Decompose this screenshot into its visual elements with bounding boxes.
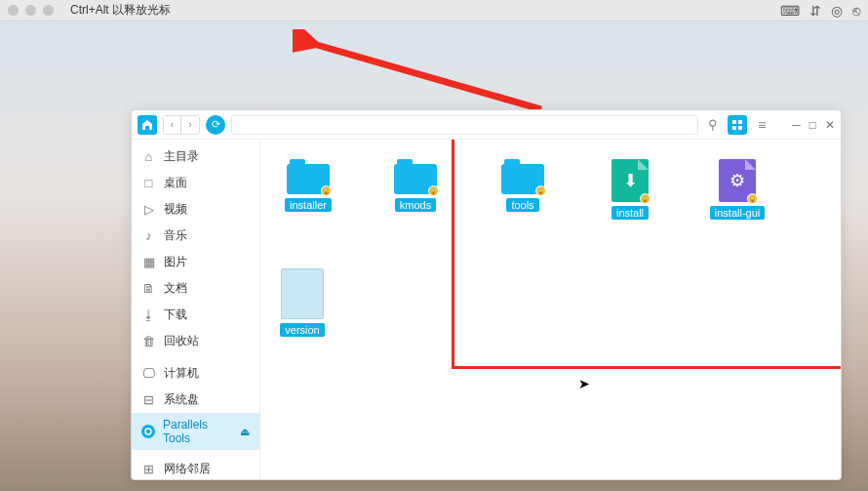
lock-badge-icon: 🔒 (747, 193, 758, 204)
download-icon: ⭳ (141, 307, 156, 322)
folder-icon: 🔒 (394, 159, 437, 194)
disc-icon (141, 425, 155, 439)
svg-line-0 (310, 43, 541, 109)
disk-icon: ⊟ (141, 392, 156, 407)
usb-icon[interactable]: ⇵ (809, 3, 821, 19)
executable-icon: ⬇🔒 (612, 159, 649, 202)
sidebar-item-videos[interactable]: ▷视频 (132, 196, 259, 223)
executable-icon: ⚙🔒 (719, 159, 756, 202)
target-icon[interactable]: ◎ (831, 3, 843, 19)
close-button[interactable]: ✕ (825, 118, 835, 132)
svg-rect-4 (738, 126, 742, 130)
sidebar-item-network[interactable]: ⊞网络邻居 (132, 456, 259, 479)
image-icon: ▦ (141, 255, 156, 269)
eject-icon[interactable]: ⏏ (240, 426, 250, 438)
icon-view-button[interactable] (728, 115, 747, 135)
maximize-button[interactable]: □ (809, 118, 816, 132)
sidebar-item-home[interactable]: ⌂主目录 (132, 143, 259, 170)
exit-icon[interactable]: ⎋ (852, 3, 860, 19)
file-manager-window: ‹ › ⟳ ⚲ ≡ ─ □ ✕ ⌂主目录 □桌面 ▷视频 ♪音乐 ▦图片 🗎文档… (131, 109, 842, 480)
home-button[interactable] (138, 115, 157, 135)
file-label: version (280, 323, 324, 337)
sidebar-item-parallels-tools[interactable]: Parallels Tools⏏ (132, 413, 259, 450)
sidebar-item-downloads[interactable]: ⭳下载 (132, 302, 259, 328)
sidebar-item-label: 桌面 (164, 175, 187, 191)
doc-icon: 🗎 (141, 281, 156, 296)
sidebar-item-label: 图片 (164, 254, 187, 270)
file-label: install (612, 206, 649, 220)
mac-titlebar: Ctrl+Alt 以释放光标 ⌨ ⇵ ◎ ⎋ (0, 0, 868, 21)
svg-point-5 (145, 429, 151, 434)
sidebar-item-label: 网络邻居 (164, 461, 211, 477)
lock-badge-icon: 🔒 (535, 185, 546, 196)
sidebar-item-label: 下载 (164, 307, 187, 323)
sidebar-item-label: 系统盘 (164, 391, 199, 408)
file-label: install-gui (710, 206, 765, 220)
file-label: tools (506, 198, 538, 212)
minimize-button[interactable]: ─ (792, 118, 801, 132)
file-item-install-gui[interactable]: ⚙🔒 install-gui (709, 159, 766, 220)
music-icon: ♪ (141, 228, 156, 243)
file-grid-area[interactable]: 🔒 installer 🔒 kmods 🔒 tools ⬇🔒 install ⚙… (260, 140, 841, 479)
titlebar-right-icons: ⌨ ⇵ ◎ ⎋ (780, 3, 860, 19)
file-item-installer[interactable]: 🔒 installer (280, 159, 336, 220)
network-icon: ⊞ (141, 462, 156, 476)
text-file-icon (281, 268, 324, 319)
file-manager-body: ⌂主目录 □桌面 ▷视频 ♪音乐 ▦图片 🗎文档 ⭳下载 🗑回收站 🖵计算机 ⊟… (132, 140, 841, 479)
svg-rect-1 (732, 120, 736, 124)
sidebar-item-system-disk[interactable]: ⊟系统盘 (132, 387, 259, 413)
video-icon: ▷ (141, 202, 156, 217)
back-button[interactable]: ‹ (164, 116, 181, 134)
window-title: Ctrl+Alt 以释放光标 (70, 2, 171, 19)
sidebar-item-computer[interactable]: 🖵计算机 (132, 360, 259, 387)
list-view-button[interactable]: ≡ (753, 117, 770, 133)
file-label: kmods (395, 198, 436, 212)
window-controls: ─ □ ✕ (792, 118, 835, 132)
folder-icon: 🔒 (501, 159, 544, 194)
traffic-close[interactable] (8, 5, 19, 16)
nav-buttons: ‹ › (163, 115, 200, 135)
search-icon[interactable]: ⚲ (704, 117, 722, 132)
sidebar-item-trash[interactable]: 🗑回收站 (132, 328, 259, 354)
address-bar[interactable] (231, 115, 698, 135)
svg-rect-3 (732, 126, 736, 130)
sidebar-item-pictures[interactable]: ▦图片 (132, 249, 259, 275)
sidebar-item-label: 回收站 (164, 333, 199, 349)
lock-badge-icon: 🔒 (640, 193, 651, 204)
computer-icon: 🖵 (141, 366, 156, 381)
annotation-arrow (293, 29, 546, 117)
sidebar-item-label: 计算机 (164, 365, 199, 382)
file-item-version[interactable]: version (274, 268, 331, 337)
sidebar: ⌂主目录 □桌面 ▷视频 ♪音乐 ▦图片 🗎文档 ⭳下载 🗑回收站 🖵计算机 ⊟… (132, 140, 260, 479)
download-arrow-icon: ⬇ (623, 170, 638, 191)
sidebar-item-label: Parallels Tools (163, 418, 232, 445)
trash-icon: 🗑 (141, 334, 156, 348)
lock-badge-icon: 🔒 (321, 185, 332, 196)
sidebar-item-documents[interactable]: 🗎文档 (132, 275, 259, 302)
file-grid: 🔒 installer 🔒 kmods 🔒 tools ⬇🔒 install ⚙… (274, 159, 827, 337)
lock-badge-icon: 🔒 (428, 185, 439, 196)
toolbar: ‹ › ⟳ ⚲ ≡ ─ □ ✕ (132, 110, 841, 140)
folder-icon: 🔒 (287, 159, 330, 194)
sidebar-item-label: 主目录 (164, 148, 199, 165)
mouse-cursor-icon: ➤ (578, 376, 590, 391)
svg-rect-2 (738, 120, 742, 124)
sidebar-item-label: 视频 (164, 201, 187, 218)
file-item-kmods[interactable]: 🔒 kmods (387, 159, 444, 220)
forward-button[interactable]: › (181, 116, 199, 134)
file-item-install[interactable]: ⬇🔒 install (602, 159, 658, 220)
sidebar-item-label: 文档 (164, 280, 187, 297)
sidebar-item-label: 音乐 (164, 227, 187, 244)
refresh-button[interactable]: ⟳ (206, 115, 225, 135)
home-icon: ⌂ (141, 149, 156, 164)
traffic-max[interactable] (43, 5, 54, 16)
file-label: installer (285, 198, 332, 212)
file-item-tools[interactable]: 🔒 tools (494, 159, 551, 220)
sidebar-item-music[interactable]: ♪音乐 (132, 223, 259, 249)
keyboard-icon[interactable]: ⌨ (780, 3, 800, 19)
sidebar-item-desktop[interactable]: □桌面 (132, 170, 259, 196)
traffic-min[interactable] (25, 5, 36, 16)
desktop-icon: □ (141, 176, 156, 190)
gears-icon: ⚙ (730, 170, 745, 191)
